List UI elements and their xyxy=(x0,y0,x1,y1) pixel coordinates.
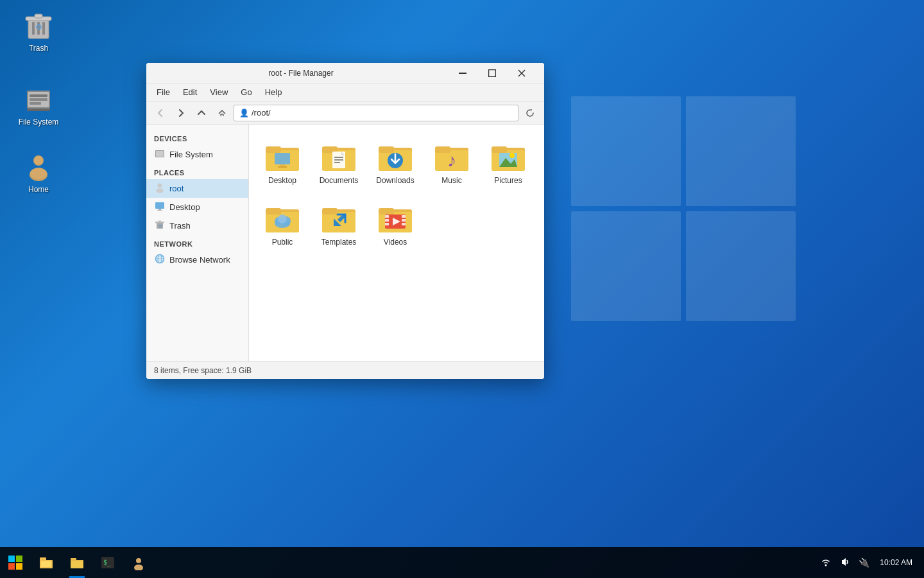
svg-rect-88 xyxy=(8,563,15,570)
public-folder-icon xyxy=(264,198,300,234)
sidebar-item-desktop[interactable]: Desktop xyxy=(146,198,248,216)
sidebar-item-root[interactable]: root xyxy=(146,179,248,198)
taskbar-clock[interactable]: 10:02 AM xyxy=(876,557,916,568)
close-button[interactable] xyxy=(507,63,536,83)
taskbar-tray: 🔌 10:02 AM xyxy=(811,555,924,571)
documents-folder-icon xyxy=(321,136,357,172)
desktop-icon-trash[interactable]: ♻ Trash xyxy=(13,6,64,57)
filesystem-sidebar-icon xyxy=(154,148,166,161)
file-item-templates[interactable]: Templates xyxy=(313,194,364,250)
file-item-public[interactable]: Public xyxy=(257,194,308,250)
file-item-desktop[interactable]: Desktop xyxy=(257,132,308,189)
public-folder-label: Public xyxy=(272,238,293,247)
svg-point-26 xyxy=(157,189,164,193)
sidebar: DEVICES File System PLACES xyxy=(146,125,249,361)
status-text: 8 items, Free space: 1.9 GiB xyxy=(154,366,252,375)
videos-folder-label: Videos xyxy=(384,238,407,247)
minimize-button[interactable] xyxy=(448,63,477,83)
svg-point-99 xyxy=(134,565,143,570)
svg-text:$_: $_ xyxy=(103,559,112,566)
desktop-sidebar-label: Desktop xyxy=(169,202,200,212)
window-title: root - File Manager xyxy=(154,69,448,78)
svg-rect-79 xyxy=(385,215,389,218)
file-item-music[interactable]: ♪ Music xyxy=(426,132,477,189)
svg-rect-87 xyxy=(16,556,22,562)
address-user-icon: 👤 xyxy=(239,109,249,118)
file-item-downloads[interactable]: Downloads xyxy=(370,132,421,189)
taskbar-item-folder[interactable] xyxy=(62,547,92,578)
desktop-icon-filesystem[interactable]: File System xyxy=(13,80,64,130)
svg-rect-22 xyxy=(221,114,223,116)
svg-point-100 xyxy=(825,564,827,566)
toolbar: 👤 /root/ xyxy=(146,101,544,125)
svg-rect-9 xyxy=(30,94,47,97)
videos-folder-icon xyxy=(377,198,413,234)
svg-rect-32 xyxy=(158,221,161,222)
svg-rect-3 xyxy=(42,22,45,35)
file-item-pictures[interactable]: Pictures xyxy=(483,132,534,189)
devices-section-label: DEVICES xyxy=(146,130,248,145)
browse-network-label: Browse Network xyxy=(169,255,230,265)
svg-rect-83 xyxy=(402,219,406,222)
root-sidebar-icon xyxy=(154,182,166,195)
tray-audio-icon[interactable] xyxy=(838,555,852,571)
desktop-icon-home[interactable]: Home xyxy=(13,148,64,198)
taskbar-item-terminal[interactable]: $_ xyxy=(92,547,123,578)
taskbar: $_ 🔌 10:02 AM xyxy=(0,547,924,578)
home-icon xyxy=(23,152,54,182)
svg-rect-1 xyxy=(32,22,35,35)
root-sidebar-label: root xyxy=(169,184,184,193)
svg-rect-43 xyxy=(280,164,285,166)
svg-rect-81 xyxy=(385,223,389,225)
back-button[interactable] xyxy=(151,104,169,122)
svg-point-16 xyxy=(30,168,47,179)
svg-rect-84 xyxy=(402,223,406,225)
svg-text:♻: ♻ xyxy=(158,224,162,228)
start-button[interactable] xyxy=(0,547,31,578)
menu-file[interactable]: File xyxy=(151,85,175,100)
window-content: DEVICES File System PLACES xyxy=(146,125,544,361)
trash-sidebar-icon: ♻ xyxy=(154,220,166,232)
sidebar-item-browse-network[interactable]: Browse Network xyxy=(146,250,248,269)
taskbar-item-files[interactable] xyxy=(31,547,62,578)
filesystem-icon xyxy=(23,84,54,115)
window-controls xyxy=(448,63,536,83)
sidebar-item-filesystem[interactable]: File System xyxy=(146,145,248,164)
svg-rect-82 xyxy=(402,215,406,218)
network-section-label: NETWORK xyxy=(146,235,248,250)
svg-rect-27 xyxy=(155,202,164,209)
svg-rect-92 xyxy=(41,561,51,567)
svg-point-71 xyxy=(278,215,287,223)
svg-rect-95 xyxy=(71,561,83,568)
places-section-label: PLACES xyxy=(146,164,248,179)
svg-rect-62 xyxy=(492,146,507,153)
menu-edit[interactable]: Edit xyxy=(178,85,202,100)
tray-network-icon[interactable] xyxy=(819,555,833,571)
menu-view[interactable]: View xyxy=(205,85,233,100)
desktop-sidebar-icon xyxy=(154,201,166,213)
forward-button[interactable] xyxy=(172,104,190,122)
file-item-documents[interactable]: Documents xyxy=(313,132,364,189)
svg-rect-54 xyxy=(379,146,394,153)
svg-rect-42 xyxy=(275,153,290,164)
trash-icon: ♻ xyxy=(23,10,54,41)
menu-go[interactable]: Go xyxy=(235,85,257,100)
trash-sidebar-label: Trash xyxy=(169,221,191,231)
menu-help[interactable]: Help xyxy=(260,85,287,100)
svg-rect-67 xyxy=(266,208,281,215)
sidebar-item-trash[interactable]: ♻ Trash xyxy=(146,216,248,235)
taskbar-item-user[interactable] xyxy=(123,547,154,578)
svg-rect-11 xyxy=(30,102,41,105)
refresh-button[interactable] xyxy=(521,104,539,122)
address-text: /root/ xyxy=(252,108,513,118)
filesystem-label: File System xyxy=(19,118,59,127)
svg-rect-24 xyxy=(156,151,164,157)
file-manager-window: root - File Manager File Edit View Go He… xyxy=(146,63,544,379)
svg-point-15 xyxy=(34,156,43,165)
address-bar[interactable]: 👤 /root/ xyxy=(234,105,518,121)
maximize-button[interactable] xyxy=(477,63,507,83)
file-area: Desktop Docum xyxy=(249,125,544,361)
up-button[interactable] xyxy=(193,104,210,122)
home-button[interactable] xyxy=(213,104,231,122)
file-item-videos[interactable]: Videos xyxy=(370,194,421,250)
